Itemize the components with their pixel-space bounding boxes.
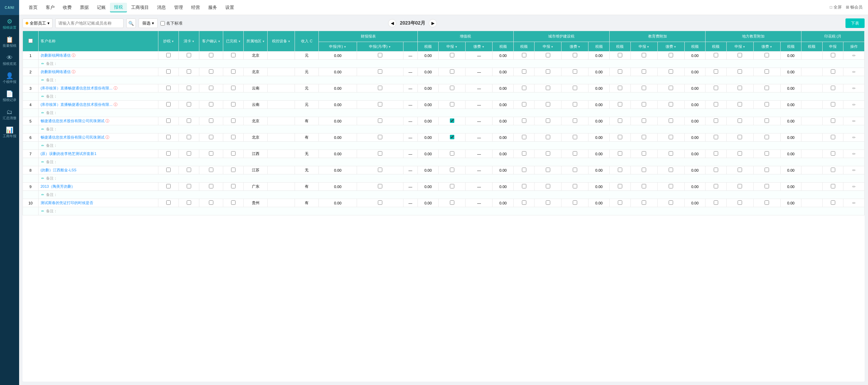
sidebar-item-baoshuilan[interactable]: 👁 报税览览 bbox=[0, 51, 19, 69]
row-dfjy-cb[interactable] bbox=[706, 68, 727, 76]
note-cell[interactable]: ✏ 备注： bbox=[38, 142, 864, 150]
row-dfjy-cb[interactable] bbox=[706, 52, 727, 60]
row-confirm[interactable] bbox=[199, 117, 223, 125]
row-jyf-cb2[interactable] bbox=[630, 199, 657, 207]
row-dfjy-cb3[interactable] bbox=[753, 117, 780, 125]
row-qingka[interactable] bbox=[179, 117, 199, 125]
nav-service[interactable]: 服务 bbox=[204, 3, 221, 12]
row-csw-cb[interactable] bbox=[513, 84, 535, 92]
row-jyf-cb3[interactable] bbox=[657, 166, 684, 174]
row-jyf-cb2[interactable] bbox=[630, 133, 657, 142]
row-declared[interactable] bbox=[223, 150, 244, 158]
note-cell[interactable]: ✏ 备注： bbox=[38, 125, 864, 133]
row-zzs-cb1[interactable] bbox=[439, 68, 466, 76]
row-jyf-cb3[interactable] bbox=[657, 52, 684, 60]
row-zzs-cb1[interactable] bbox=[439, 117, 466, 125]
row-dfjy-cb2[interactable] bbox=[726, 199, 753, 207]
row-qingka[interactable] bbox=[179, 133, 199, 142]
row-jyf-cb2[interactable] bbox=[630, 68, 657, 76]
row-edit[interactable]: ✏ bbox=[843, 183, 865, 191]
row-csw-cb3[interactable] bbox=[561, 101, 588, 109]
sidebar-item-baoshuishezhi[interactable]: ⚙ 报税设置 bbox=[0, 15, 19, 33]
row-edit[interactable]: ✏ bbox=[843, 68, 865, 76]
row-jyf-cb2[interactable] bbox=[630, 150, 657, 158]
row-confirm[interactable] bbox=[199, 166, 223, 174]
row-zzs-cb1[interactable] bbox=[439, 199, 466, 207]
row-jyf-cb3[interactable] bbox=[657, 117, 684, 125]
row-ys-cb[interactable] bbox=[822, 52, 843, 60]
row-ys-cb[interactable] bbox=[822, 84, 843, 92]
row-declared[interactable] bbox=[223, 52, 244, 60]
row-jyf-cb3[interactable] bbox=[657, 133, 684, 142]
row-edit[interactable]: ✏ bbox=[843, 84, 865, 92]
row-csw-cb2[interactable] bbox=[535, 183, 561, 191]
nav-manage[interactable]: 管理 bbox=[170, 3, 187, 12]
row-zzs-cb1[interactable] bbox=[439, 166, 466, 174]
row-qingka[interactable] bbox=[179, 68, 199, 76]
download-button[interactable]: 下表 bbox=[845, 18, 865, 28]
row-confirm[interactable] bbox=[199, 150, 223, 158]
row-jyf-cb2[interactable] bbox=[630, 52, 657, 60]
edit-icon[interactable]: ✏ bbox=[852, 70, 856, 74]
row-qingka[interactable] bbox=[179, 199, 199, 207]
row-dfjy-cb3[interactable] bbox=[753, 199, 780, 207]
nav-tax[interactable]: 报税 bbox=[110, 3, 127, 12]
sidebar-item-nianbao[interactable]: 📊 工商年报 bbox=[0, 124, 19, 142]
company-name[interactable]: 畅捷通信息技术股份有限公司民珠测试ⓘ bbox=[38, 133, 158, 142]
row-csw-cb[interactable] bbox=[513, 133, 535, 142]
row-jyf-cb[interactable] bbox=[610, 117, 631, 125]
row-confirm[interactable] bbox=[199, 199, 223, 207]
row-edit[interactable]: ✏ bbox=[843, 117, 865, 125]
row-caiwu-cb1[interactable] bbox=[357, 84, 403, 92]
row-chaoshui[interactable] bbox=[158, 133, 179, 142]
edit-icon[interactable]: ✏ bbox=[852, 201, 856, 205]
row-edit[interactable]: ✏ bbox=[843, 199, 865, 207]
row-csw-cb3[interactable] bbox=[561, 150, 588, 158]
sidebar-item-jilu[interactable]: 📄 报税记录 bbox=[0, 87, 19, 105]
row-dfjy-cb2[interactable] bbox=[726, 68, 753, 76]
row-dfjy-cb2[interactable] bbox=[726, 52, 753, 60]
row-dfjy-cb[interactable] bbox=[706, 101, 727, 109]
named-checkbox[interactable] bbox=[160, 21, 165, 26]
row-ys-cb[interactable] bbox=[822, 150, 843, 158]
row-ys-cb[interactable] bbox=[822, 183, 843, 191]
row-jyf-cb2[interactable] bbox=[630, 183, 657, 191]
row-dfjy-cb[interactable] bbox=[706, 133, 727, 142]
row-dfjy-cb2[interactable] bbox=[726, 183, 753, 191]
row-caiwu-cb1[interactable] bbox=[357, 133, 403, 142]
row-dfjy-cb2[interactable] bbox=[726, 166, 753, 174]
row-declared[interactable] bbox=[223, 133, 244, 142]
row-csw-cb2[interactable] bbox=[535, 68, 561, 76]
row-csw-cb[interactable] bbox=[513, 166, 535, 174]
company-name[interactable]: (原）误删勿改李艳芝测试所套新1 bbox=[38, 150, 158, 158]
row-chaoshui[interactable] bbox=[158, 183, 179, 191]
row-jyf-cb[interactable] bbox=[610, 199, 631, 207]
row-ys-cb[interactable] bbox=[822, 166, 843, 174]
row-edit[interactable]: ✏ bbox=[843, 150, 865, 158]
nav-fee[interactable]: 收费 bbox=[59, 3, 76, 12]
row-chaoshui[interactable] bbox=[158, 84, 179, 92]
row-jyf-cb3[interactable] bbox=[657, 150, 684, 158]
select-all-checkbox[interactable] bbox=[28, 39, 33, 43]
note-cell[interactable]: ✏ 备注： bbox=[38, 174, 864, 183]
row-csw-cb2[interactable] bbox=[535, 52, 561, 60]
row-dfjy-cb2[interactable] bbox=[726, 101, 753, 109]
checkbox-label[interactable]: 名下标准 bbox=[160, 20, 183, 26]
row-dfjy-cb3[interactable] bbox=[753, 183, 780, 191]
row-confirm[interactable] bbox=[199, 52, 223, 60]
row-caiwu-cb1[interactable] bbox=[357, 199, 403, 207]
row-confirm[interactable] bbox=[199, 133, 223, 142]
company-name[interactable]: 测试斯春的凭证打印的时候是否 bbox=[38, 199, 158, 207]
row-jyf-cb[interactable] bbox=[610, 68, 631, 76]
note-cell[interactable]: ✏ 备注： bbox=[38, 60, 864, 68]
row-jyf-cb2[interactable] bbox=[630, 84, 657, 92]
row-dfjy-cb3[interactable] bbox=[753, 52, 780, 60]
note-cell[interactable]: ✏ 备注： bbox=[38, 76, 864, 84]
row-declared[interactable] bbox=[223, 183, 244, 191]
row-chaoshui[interactable] bbox=[158, 166, 179, 174]
company-name[interactable]: 勿删新锐网络通信ⓘ bbox=[38, 52, 158, 60]
note-cell[interactable]: ✏ 备注： bbox=[38, 207, 864, 215]
row-ys-cb[interactable] bbox=[822, 101, 843, 109]
row-csw-cb3[interactable] bbox=[561, 68, 588, 76]
row-chaoshui[interactable] bbox=[158, 199, 179, 207]
